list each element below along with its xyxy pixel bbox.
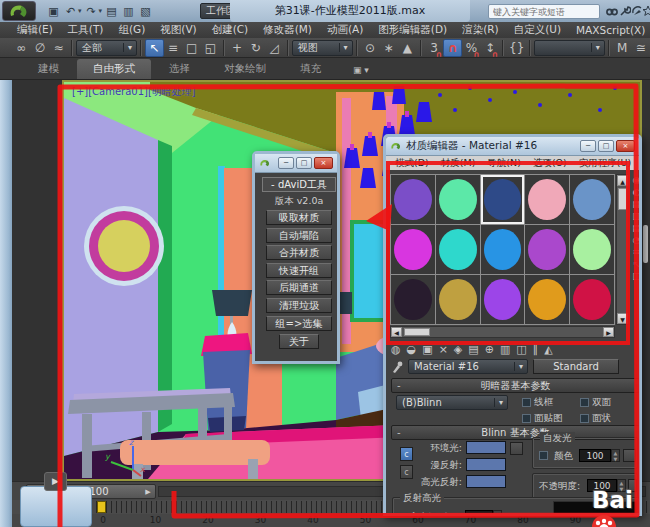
material-sample-slot[interactable]: [391, 225, 435, 274]
rectangular-selection-icon[interactable]: □: [182, 39, 201, 57]
current-frame-marker[interactable]: [97, 501, 106, 513]
material-name-dropdown[interactable]: Material #16 ▾: [408, 359, 528, 374]
material-sample-slot[interactable]: [481, 225, 525, 274]
scrollbar-thumb[interactable]: [404, 328, 430, 336]
material-type-button[interactable]: Standard: [533, 359, 619, 374]
david-button-0[interactable]: 吸取材质: [266, 210, 332, 225]
minimize-button[interactable]: ─: [580, 140, 596, 152]
ribbon-tab-1[interactable]: 自由形式: [77, 59, 151, 79]
opacity-map-button[interactable]: [628, 479, 637, 492]
menu-item-4[interactable]: 创建(C): [205, 23, 256, 37]
david-dialog-title-bar[interactable]: ─ □ ×: [255, 154, 337, 173]
undo-icon[interactable]: ↶: [63, 4, 78, 19]
snaps-toggle-icon[interactable]: 3∩: [425, 39, 444, 57]
menu-item-0[interactable]: 编辑(E): [10, 23, 60, 37]
select-object-icon[interactable]: ↖: [145, 39, 164, 57]
redo-icon-flyout[interactable]: ▾: [99, 7, 103, 15]
david-button-2[interactable]: 合并材质: [266, 245, 332, 260]
maximize-button[interactable]: □: [598, 140, 614, 152]
show-end-result-icon[interactable]: ◫: [516, 343, 526, 356]
mated-menu-item-4[interactable]: 实用程序(U): [574, 157, 636, 170]
material-sample-slot[interactable]: [436, 275, 480, 324]
go-to-parent-icon[interactable]: ∥: [533, 343, 539, 356]
window-crossing-icon[interactable]: ◱: [201, 39, 220, 57]
shader-basic-params-rollout[interactable]: - 明暗器基本参数: [391, 378, 640, 393]
sample-vertical-scrollbar[interactable]: ▲ ▼: [616, 174, 629, 325]
specular-level-spinner[interactable]: 0: [465, 510, 493, 516]
menu-item-6[interactable]: 动画(A): [320, 23, 370, 37]
menu-item-10[interactable]: MAXScript(X): [569, 24, 650, 36]
flyout-arrow-button[interactable]: ▶: [44, 472, 67, 491]
wire-checkbox[interactable]: 线框: [522, 395, 553, 409]
scroll-up-icon[interactable]: ▲: [617, 175, 628, 186]
new-scene-icon[interactable]: ▤: [104, 4, 119, 19]
project-folder-icon[interactable]: ▧: [138, 4, 153, 19]
save-icon[interactable]: ▣: [46, 4, 61, 19]
material-editor-title-bar[interactable]: 材质编辑器 - Material #16 ─ □ ×: [386, 137, 639, 156]
menu-item-7[interactable]: 图形编辑器(D): [371, 23, 454, 37]
scroll-down-icon[interactable]: ▼: [617, 313, 628, 324]
material-sample-slot[interactable]: [391, 275, 435, 324]
scroll-right-icon[interactable]: ▶: [603, 327, 614, 337]
reference-coordinate-dropdown[interactable]: 视图▾: [292, 40, 353, 56]
david-button-5[interactable]: 清理垃圾: [266, 298, 332, 313]
search-binoculars-icon[interactable]: [606, 4, 618, 18]
material-sample-slot[interactable]: [436, 175, 480, 224]
mated-menu-item-1[interactable]: 材质(M): [436, 157, 481, 170]
close-button[interactable]: ×: [616, 140, 635, 152]
search-input[interactable]: [488, 4, 600, 19]
right-panel-scrollbar[interactable]: [643, 225, 648, 263]
select-and-move-icon[interactable]: +: [228, 39, 247, 57]
material-navigator-icon[interactable]: ◫: [632, 272, 641, 281]
application-menu-button[interactable]: [2, 1, 36, 21]
ribbon-tab-0[interactable]: 建模: [22, 59, 75, 79]
selfillum-spinner[interactable]: 100: [579, 449, 611, 462]
select-and-manipulate-icon[interactable]: ∗: [379, 39, 398, 57]
favorites-star-icon[interactable]: [642, 4, 650, 18]
sample-horizontal-scrollbar[interactable]: ◀ ▶: [390, 326, 615, 338]
percent-snap-icon[interactable]: %∩: [462, 39, 481, 57]
go-forward-sibling-icon[interactable]: ◭: [544, 343, 552, 356]
background-icon[interactable]: ▦: [632, 200, 641, 209]
ribbon-tab-2[interactable]: 选择: [153, 59, 206, 79]
material-sample-slot[interactable]: [481, 275, 525, 324]
make-unique-icon[interactable]: ◈: [454, 343, 462, 356]
open-file-icon[interactable]: ▥: [121, 4, 136, 19]
use-pivot-center-icon[interactable]: ⊙: [361, 39, 380, 57]
assign-to-selection-icon[interactable]: ▣: [422, 343, 432, 356]
menu-item-2[interactable]: 组(G): [111, 23, 152, 37]
undo-icon-flyout[interactable]: ▾: [78, 7, 82, 15]
make-preview-icon[interactable]: ◔: [633, 236, 641, 245]
menu-item-3[interactable]: 视图(V): [153, 23, 203, 37]
ambient-color-swatch[interactable]: [466, 441, 506, 454]
lock-ambient-diffuse-button[interactable]: c: [400, 447, 413, 461]
menu-item-1[interactable]: 工具(T): [61, 23, 111, 37]
spinner-snap-icon[interactable]: ↕∩: [481, 39, 500, 57]
bind-to-space-warp-icon[interactable]: ≈: [49, 39, 68, 57]
material-sample-slot[interactable]: [570, 275, 614, 324]
named-selection-dropdown[interactable]: ▾: [534, 40, 605, 56]
next-frame-icon[interactable]: ▶: [141, 488, 155, 496]
david-button-4[interactable]: 后期通道: [266, 280, 332, 295]
put-to-library-icon[interactable]: ▤: [468, 343, 478, 356]
menu-item-5[interactable]: 修改器(M): [256, 23, 319, 37]
keyboard-override-icon[interactable]: ▲: [398, 39, 417, 57]
material-sample-slot[interactable]: [570, 225, 614, 274]
two-sided-checkbox[interactable]: 双面: [580, 395, 611, 409]
selfillum-color-checkbox[interactable]: [539, 451, 548, 460]
select-and-scale-icon[interactable]: ◿: [265, 39, 284, 57]
redo-icon[interactable]: ↷: [84, 4, 99, 19]
put-to-scene-icon[interactable]: ◒: [407, 343, 417, 356]
david-button-1[interactable]: 自动塌陷: [266, 228, 332, 243]
options-icon[interactable]: ≡: [633, 248, 641, 257]
david-button-3[interactable]: 快速开组: [266, 263, 332, 278]
david-button-7[interactable]: 关于: [279, 334, 319, 349]
material-sample-slot[interactable]: [481, 175, 525, 224]
ribbon-tab-4[interactable]: 填充: [284, 59, 337, 79]
select-by-name-icon[interactable]: ≡: [164, 39, 183, 57]
mated-menu-item-0[interactable]: 模式(D): [390, 157, 434, 170]
material-id-channel-icon[interactable]: ⊕: [485, 343, 494, 356]
selfillum-map-button[interactable]: [623, 449, 636, 462]
maximize-button[interactable]: □: [296, 157, 312, 169]
specular-color-swatch[interactable]: [466, 475, 506, 488]
